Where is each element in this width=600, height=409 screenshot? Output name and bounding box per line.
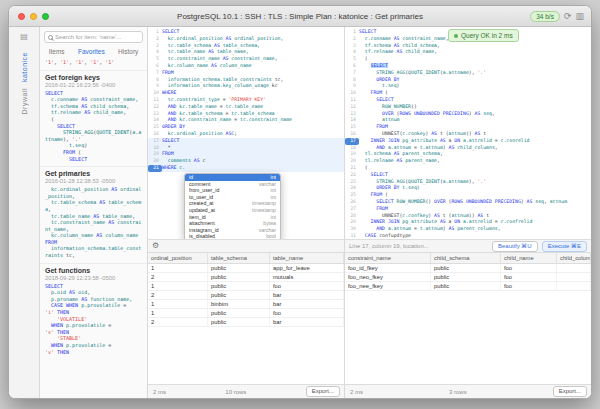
column-header[interactable]: child_schema	[431, 253, 501, 263]
editor-line[interactable]: 17SELECT	[148, 138, 344, 145]
left-editor[interactable]: 1SELECT2 kc.ordinal_position AS ordinal_…	[148, 27, 344, 172]
tab-items[interactable]: Items	[49, 48, 65, 55]
table-row[interactable]: 2publicbar	[148, 318, 344, 327]
editor-line[interactable]: 1SELECT	[148, 29, 344, 36]
editor-line[interactable]: 12 AND kc.table_name = tc.table_name	[148, 104, 344, 111]
editor-line[interactable]: 18 *	[148, 145, 344, 152]
column-header[interactable]: table_schema	[208, 253, 270, 263]
editor-line[interactable]: 15 FROM	[345, 124, 591, 131]
search-input[interactable]: Search for item: 'name'...	[44, 31, 143, 43]
editor-line[interactable]: 5 (	[345, 56, 591, 63]
editor-line[interactable]: 23 STRING_AGG(QUOTE_IDENT(a.attname), '.…	[345, 179, 591, 186]
table-row[interactable]: 1publicfoo	[148, 282, 344, 291]
editor-line[interactable]: 3 tc.table_schema AS table_schema,	[148, 43, 344, 50]
beautify-button[interactable]: Beautify ⌘U	[492, 241, 538, 252]
table-row[interactable]: foo_neo_fkeypublicfoo	[345, 273, 591, 282]
editor-line[interactable]: 2 kc.ordinal_position AS ordinal_positio…	[148, 36, 344, 43]
minimize-button[interactable]	[30, 13, 37, 20]
editor-line[interactable]: 9 t.seq)	[345, 83, 591, 90]
layout-columns-icon[interactable]: ▥	[575, 12, 584, 21]
editor-line[interactable]: 6 SELECT	[345, 63, 591, 70]
editor-line[interactable]: 21 (	[345, 165, 591, 172]
autocomplete-item[interactable]: attachmentbytea	[185, 220, 280, 227]
editor-line[interactable]: 9 information_schema.key_column_usage kc	[148, 83, 344, 90]
execute-button[interactable]: Execute ⌘E	[542, 241, 587, 252]
editor-line[interactable]: 8 ORDER BY	[345, 77, 591, 84]
favorite-entry[interactable]: Get primaries2016-01-28 12:38:53 -0500 k…	[40, 166, 147, 263]
table-row[interactable]: foo_id_fkeypublicfoo	[345, 264, 591, 273]
column-header[interactable]: child_name	[501, 253, 557, 263]
editor-line[interactable]: 24 ORDER BY t.seq)	[345, 185, 591, 192]
editor-line[interactable]: 16 kc.ordinal_position ASC;	[148, 131, 344, 138]
favorite-entry[interactable]: Get foreign keys2016-01-22 16:23:56 -040…	[40, 70, 147, 167]
column-header[interactable]: child_columns	[557, 253, 591, 263]
settings-gear-icon[interactable]: ⚙	[152, 242, 159, 250]
editor-line[interactable]: 18 AND a.attnum = t.attnum) AS child_col…	[345, 145, 591, 152]
editor-line[interactable]: 13 OVER (ROWS UNBOUNDED PRECEDING) AS se…	[345, 111, 591, 118]
autocomplete-item[interactable]: idint	[185, 174, 280, 181]
editor-line[interactable]: 17 INNER JOIN pg_attribute AS a ON a.att…	[345, 138, 591, 145]
column-header[interactable]: table_name	[270, 253, 344, 263]
table-row[interactable]: 1publicfoo	[148, 309, 344, 318]
editor-line[interactable]: 7FROM	[148, 70, 344, 77]
autocomplete-item[interactable]: to_user_idint	[185, 194, 280, 201]
table-row[interactable]: 1publicapp_for_leave	[148, 264, 344, 273]
autocomplete-item[interactable]: from_user_idint	[185, 187, 280, 194]
editor-line[interactable]: 5 tc.constraint_name AS constraint_name,	[148, 56, 344, 63]
editor-line[interactable]: 20 comments AS c	[148, 158, 344, 165]
editor-line[interactable]: 27 FROM	[345, 206, 591, 213]
editor-line[interactable]: 30 AND a.attnum = t.attnum) AS parent_co…	[345, 226, 591, 233]
table-row[interactable]: 2publicmutuals	[148, 273, 344, 282]
close-button[interactable]	[18, 13, 25, 20]
editor-line[interactable]: 22 SELECT	[345, 172, 591, 179]
refresh-icon[interactable]: ⟳	[564, 12, 572, 21]
workspace-tab-katonice[interactable]: katonice	[21, 49, 28, 85]
autocomplete-item[interactable]: item_idint	[185, 214, 280, 221]
editor-line[interactable]: 3 tf.schema AS child_schema,	[345, 43, 591, 50]
editor-line[interactable]: 19FROM	[148, 151, 344, 158]
editor-line[interactable]: 20 tl.relname AS parent_name,	[345, 158, 591, 165]
export-button[interactable]: Export...	[306, 386, 340, 397]
editor-line[interactable]: 29 INNER JOIN pg_attribute AS a ON a.att…	[345, 219, 591, 226]
editor-line[interactable]: 15ORDER BY	[148, 124, 344, 131]
editor-line[interactable]: 11 SELECT	[345, 97, 591, 104]
editor-line[interactable]: 14 attnum	[345, 117, 591, 124]
table-row[interactable]: foo_nee_fkeypublicfoo	[345, 282, 591, 291]
title-bar[interactable]: PostgreSQL 10.1 : SSH : TLS : Simple Pla…	[9, 6, 591, 27]
column-header[interactable]: ordinal_position	[148, 253, 208, 263]
editor-line[interactable]: 31 CASE confupdtype	[345, 233, 591, 239]
sidebar-toggle-icon[interactable]: ▤	[20, 32, 28, 41]
editor-line[interactable]: 14 AND kc.constraint_name = tc.constrain…	[148, 117, 344, 124]
editor-line[interactable]: 25 FROM (	[345, 192, 591, 199]
table-row[interactable]: 2publicbar	[148, 291, 344, 300]
editor-line[interactable]: 13 AND kc.table_schema = tc.table_schema	[148, 111, 344, 118]
autocomplete-item[interactable]: created_attimestamp	[185, 200, 280, 207]
editor-line[interactable]: 10 FROM (	[345, 90, 591, 97]
editor-line[interactable]: 26 SELECT ROW_NUMBER() OVER (ROWS UNBOUN…	[345, 199, 591, 206]
editor-line[interactable]: 19 tl.schema AS parent_schema,	[345, 151, 591, 158]
tab-history[interactable]: History	[118, 48, 138, 55]
editor-line[interactable]: 16 UNNEST(c.conkey) AS t (attnum)) AS t	[345, 131, 591, 138]
autocomplete-item[interactable]: commentvarchar	[185, 181, 280, 188]
favorite-entry[interactable]: '1', '1', '1', '1', '1'	[40, 58, 147, 70]
right-editor[interactable]: 1SELECT2 c.conname AS constraint_name,3 …	[345, 27, 591, 239]
editor-line[interactable]: 4 tf.relname AS child_name,	[345, 49, 591, 56]
editor-line[interactable]: 10WHERE	[148, 90, 344, 97]
editor-line[interactable]: 21WHERE c.	[148, 165, 344, 172]
tab-favorites[interactable]: Favorites	[78, 48, 105, 55]
autocomplete-item[interactable]: updated_attimestamp	[185, 207, 280, 214]
zoom-button[interactable]	[42, 13, 49, 20]
editor-line[interactable]: 7 STRING_AGG(QUOTE_IDENT(a.attname), '.'	[345, 70, 591, 77]
editor-line[interactable]: 11 tc.constraint_type = 'PRIMARY KEY'	[148, 97, 344, 104]
autocomplete-item[interactable]: instagram_idvarchar	[185, 227, 280, 234]
editor-line[interactable]: 28 UNNEST(c.confkey) AS t (attnum)) AS t	[345, 213, 591, 220]
table-row[interactable]: 1binbimbar	[148, 300, 344, 309]
editor-line[interactable]: 12 ROW_NUMBER()	[345, 104, 591, 111]
workspace-tab-drywall[interactable]: Drywall	[21, 85, 28, 117]
editor-line[interactable]: 4 tc.table_name AS table_name,	[148, 49, 344, 56]
autocomplete-item[interactable]: is_disabledbool	[185, 233, 280, 239]
editor-line[interactable]: 6 kc.column_name AS column_name	[148, 63, 344, 70]
column-header[interactable]: constraint_name	[345, 253, 431, 263]
export-button[interactable]: Export...	[553, 386, 587, 397]
favorite-entry[interactable]: Get functions2018-09-29 12:23:58 -0500SE…	[40, 263, 147, 360]
